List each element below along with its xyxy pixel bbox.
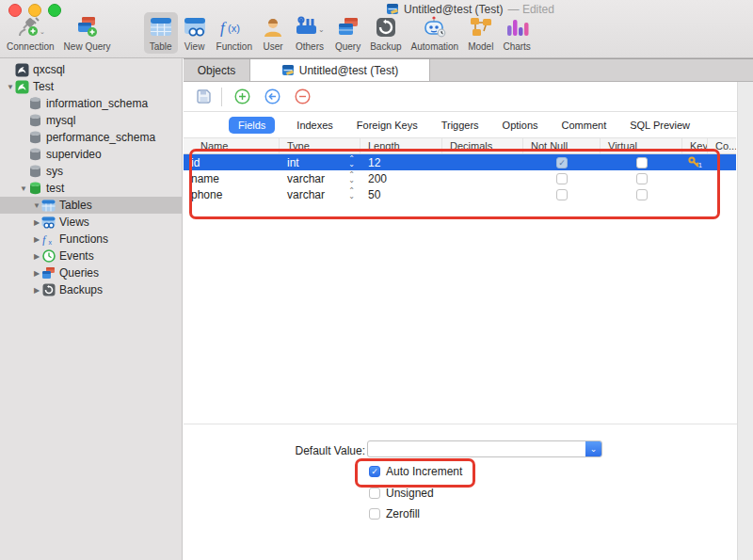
auto-increment-option[interactable]: Auto Increment bbox=[369, 465, 462, 478]
cell-decimals[interactable] bbox=[442, 170, 523, 186]
automation-icon bbox=[422, 14, 448, 40]
not-null-checkbox[interactable] bbox=[556, 173, 568, 184]
not-null-checkbox[interactable] bbox=[556, 189, 568, 200]
field-row-id[interactable]: id int ⌃⌄ 12 1 bbox=[184, 154, 736, 170]
collapse-arrow-icon[interactable]: ▶ bbox=[32, 235, 41, 244]
tree-item-test-connection[interactable]: ▼ Test bbox=[0, 78, 182, 95]
tab-options[interactable]: Options bbox=[501, 117, 540, 134]
tab-sql-preview[interactable]: SQL Preview bbox=[628, 117, 692, 134]
unsigned-checkbox[interactable] bbox=[369, 488, 380, 499]
collapse-arrow-icon[interactable]: ▶ bbox=[32, 269, 41, 278]
col-header-key[interactable]: Key bbox=[682, 138, 708, 153]
cell-key[interactable] bbox=[682, 186, 708, 202]
navicat-window: Untitled@test (Test) — Edited ⌄ Connecti… bbox=[0, 0, 753, 560]
col-header-name[interactable]: Name bbox=[184, 138, 280, 153]
toolbar-new-query[interactable]: New Query bbox=[59, 12, 116, 54]
toolbar-backup[interactable]: Backup bbox=[365, 12, 406, 54]
insert-field-button[interactable] bbox=[264, 88, 280, 105]
field-row-phone[interactable]: phone varchar ⌃⌄ 50 bbox=[184, 186, 736, 202]
tree-item-sys[interactable]: sys bbox=[0, 163, 182, 180]
collapse-arrow-icon[interactable]: ▶ bbox=[32, 286, 41, 295]
cell-decimals[interactable] bbox=[442, 154, 523, 170]
add-field-button[interactable] bbox=[233, 88, 250, 105]
virtual-checkbox[interactable] bbox=[636, 189, 648, 200]
cell-name[interactable]: phone bbox=[184, 186, 280, 202]
toolbar-query[interactable]: Query bbox=[330, 12, 365, 54]
zerofill-checkbox[interactable] bbox=[369, 508, 380, 520]
database-icon bbox=[28, 114, 42, 128]
tab-fields[interactable]: Fields bbox=[229, 117, 275, 134]
col-header-length[interactable]: Length bbox=[360, 138, 442, 153]
col-header-decimals[interactable]: Decimals bbox=[442, 138, 523, 153]
tree-item-test-db[interactable]: ▼ test bbox=[0, 180, 182, 197]
col-header-not-null[interactable]: Not Null bbox=[523, 138, 601, 153]
collapse-arrow-icon[interactable]: ▶ bbox=[32, 252, 41, 261]
cell-type[interactable]: varchar ⌃⌄ bbox=[280, 186, 360, 202]
expand-arrow-icon[interactable]: ▼ bbox=[6, 83, 15, 91]
toolbar-others-label: Others bbox=[296, 41, 324, 52]
toolbar-table[interactable]: Table bbox=[144, 12, 178, 54]
tree-item-backups[interactable]: ▶ Backups bbox=[0, 281, 182, 298]
virtual-checkbox[interactable] bbox=[636, 157, 648, 168]
cell-length[interactable]: 50 bbox=[360, 186, 442, 202]
cell-key[interactable] bbox=[682, 170, 708, 186]
toolbar-connection[interactable]: ⌄ Connection bbox=[2, 12, 59, 54]
expand-arrow-icon[interactable]: ▼ bbox=[32, 201, 41, 210]
toolbar-view[interactable]: View bbox=[178, 12, 212, 54]
toolbar-automation[interactable]: Automation bbox=[407, 12, 464, 54]
type-stepper[interactable]: ⌃⌄ bbox=[348, 156, 355, 168]
tree-item-tables[interactable]: ▼ Tables bbox=[0, 197, 182, 214]
tree-item-performance-schema[interactable]: performance_schema bbox=[0, 129, 182, 146]
cell-virtual bbox=[601, 170, 682, 186]
tab-foreign-keys[interactable]: Foreign Keys bbox=[355, 117, 420, 134]
cell-name[interactable]: id bbox=[184, 154, 280, 170]
toolbar-function[interactable]: f(x) Function bbox=[212, 12, 257, 54]
tree-item-functions[interactable]: ▶ fx Functions bbox=[0, 231, 182, 248]
delete-field-button[interactable] bbox=[294, 88, 311, 105]
tree-item-information-schema[interactable]: information_schema bbox=[0, 95, 182, 112]
tab-objects[interactable]: Objects bbox=[184, 59, 250, 81]
tab-triggers[interactable]: Triggers bbox=[440, 117, 481, 134]
cell-length[interactable]: 12 bbox=[360, 154, 442, 170]
cell-length[interactable]: 200 bbox=[360, 170, 442, 186]
type-stepper[interactable]: ⌃⌄ bbox=[348, 172, 355, 184]
toolbar-model[interactable]: Model bbox=[463, 12, 498, 54]
cell-comment[interactable] bbox=[708, 154, 736, 170]
auto-increment-checkbox[interactable] bbox=[369, 466, 380, 477]
default-value-combobox[interactable]: ⌄ bbox=[367, 440, 602, 457]
cell-decimals[interactable] bbox=[442, 186, 523, 202]
field-row-name[interactable]: name varchar ⌃⌄ 200 bbox=[184, 170, 736, 186]
tree-item-views[interactable]: ▶ Views bbox=[0, 214, 182, 231]
save-button[interactable] bbox=[195, 88, 212, 105]
unsigned-option[interactable]: Unsigned bbox=[369, 487, 434, 500]
expand-arrow-icon[interactable]: ▼ bbox=[19, 184, 28, 193]
tree-item-supervideo[interactable]: supervideo bbox=[0, 146, 182, 163]
cell-type[interactable]: varchar ⌃⌄ bbox=[280, 170, 360, 186]
zerofill-label: Zerofill bbox=[386, 507, 420, 520]
tab-untitled-test[interactable]: Untitled@test (Test) bbox=[250, 59, 430, 81]
cell-comment[interactable] bbox=[708, 170, 736, 186]
function-icon: f(x) bbox=[218, 14, 250, 40]
cell-type[interactable]: int ⌃⌄ bbox=[280, 154, 360, 170]
not-null-checkbox[interactable] bbox=[556, 157, 568, 168]
toolbar-others[interactable]: ⌄ Others bbox=[289, 12, 330, 54]
toolbar-charts[interactable]: Charts bbox=[498, 12, 535, 54]
tree-item-mysql[interactable]: mysql bbox=[0, 112, 182, 129]
col-header-virtual[interactable]: Virtual bbox=[601, 138, 682, 153]
zerofill-option[interactable]: Zerofill bbox=[369, 507, 420, 520]
col-header-type[interactable]: Type bbox=[280, 138, 360, 153]
database-icon bbox=[28, 148, 42, 162]
cell-name[interactable]: name bbox=[184, 170, 280, 186]
type-stepper[interactable]: ⌃⌄ bbox=[348, 188, 355, 200]
toolbar-user[interactable]: User bbox=[257, 12, 289, 54]
col-header-comment[interactable]: Co... bbox=[708, 138, 736, 153]
tab-indexes[interactable]: Indexes bbox=[295, 117, 335, 134]
collapse-arrow-icon[interactable]: ▶ bbox=[32, 218, 41, 227]
tab-comment[interactable]: Comment bbox=[560, 117, 609, 134]
cell-comment[interactable] bbox=[708, 186, 736, 202]
combo-dropdown-button[interactable]: ⌄ bbox=[585, 441, 601, 456]
tree-item-qxcsql[interactable]: qxcsql bbox=[0, 61, 182, 78]
virtual-checkbox[interactable] bbox=[636, 173, 648, 184]
tree-item-queries[interactable]: ▶ Queries bbox=[0, 264, 182, 281]
tree-item-events[interactable]: ▶ Events bbox=[0, 248, 182, 264]
